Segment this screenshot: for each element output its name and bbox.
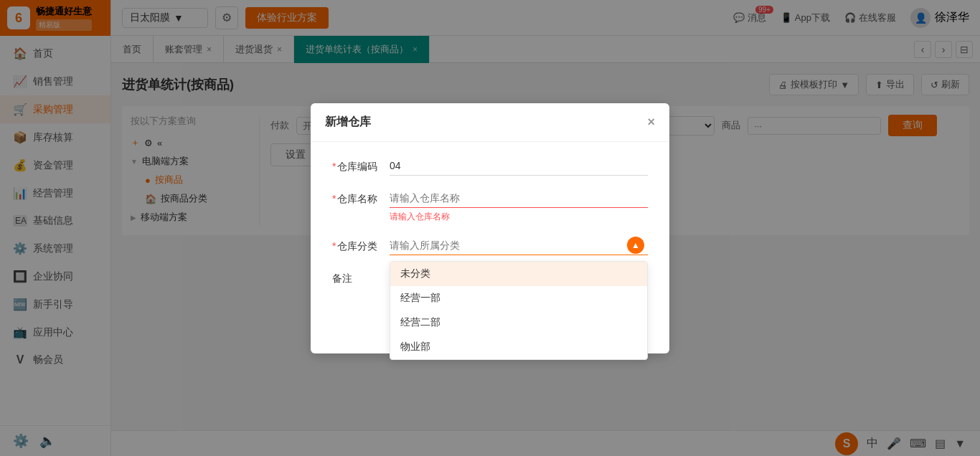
- form-field-code: [390, 156, 648, 176]
- warehouse-code-input[interactable]: [390, 156, 648, 176]
- dialog-overlay[interactable]: 新增仓库 × 仓库编码 仓库名称 请输入仓库名称 仓库分类: [0, 0, 980, 456]
- dialog-body: 仓库编码 仓库名称 请输入仓库名称 仓库分类 ▲: [311, 142, 669, 315]
- dropdown-item-unclassified[interactable]: 未分类: [390, 262, 647, 286]
- form-row-category: 仓库分类 ▲ 未分类 经营一部 经营二部 物业部: [332, 236, 648, 255]
- warehouse-name-input[interactable]: [390, 189, 648, 208]
- dropdown-item-dept1[interactable]: 经营一部: [390, 286, 647, 310]
- form-row-code: 仓库编码: [332, 156, 648, 176]
- form-field-category: ▲ 未分类 经营一部 经营二部 物业部: [390, 236, 648, 255]
- category-dropdown: 未分类 经营一部 经营二部 物业部: [390, 261, 648, 360]
- dropdown-item-property[interactable]: 物业部: [390, 335, 647, 359]
- new-warehouse-dialog: 新增仓库 × 仓库编码 仓库名称 请输入仓库名称 仓库分类: [311, 103, 669, 353]
- form-row-name: 仓库名称 请输入仓库名称: [332, 189, 648, 223]
- form-field-name: 请输入仓库名称: [390, 189, 648, 223]
- category-toggle-button[interactable]: ▲: [627, 237, 644, 254]
- dialog-header: 新增仓库 ×: [311, 103, 669, 142]
- dropdown-item-dept2[interactable]: 经营二部: [390, 310, 647, 335]
- dialog-close-button[interactable]: ×: [647, 115, 655, 130]
- name-error-msg: 请输入仓库名称: [390, 211, 648, 223]
- category-input[interactable]: [390, 236, 648, 255]
